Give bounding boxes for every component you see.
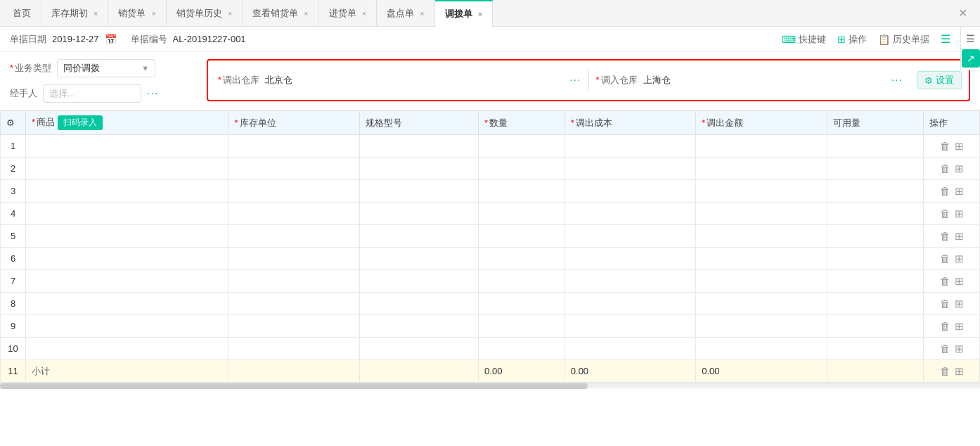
row-goods[interactable] — [26, 203, 228, 225]
row-amount[interactable] — [696, 248, 827, 270]
row-qty[interactable] — [479, 338, 565, 360]
row-qty[interactable] — [479, 293, 565, 315]
row-cost[interactable] — [565, 135, 695, 158]
row-amount[interactable] — [696, 158, 827, 180]
setting-button[interactable]: ⚙ 设置 — [917, 71, 962, 89]
delete-icon[interactable]: 🗑 — [940, 185, 950, 197]
row-amount[interactable] — [696, 203, 827, 225]
row-qty[interactable] — [479, 315, 565, 338]
row-amount[interactable] — [696, 293, 827, 315]
row-amount[interactable] — [696, 225, 827, 248]
row-qty[interactable] — [479, 180, 565, 203]
row-cost[interactable] — [565, 315, 695, 338]
tab-stocktake[interactable]: 盘点单 × — [377, 0, 434, 27]
row-unit[interactable] — [228, 158, 359, 180]
person-select[interactable]: 选择... — [43, 84, 141, 103]
row-cost[interactable] — [565, 293, 695, 315]
row-qty[interactable] — [479, 135, 565, 158]
row-unit[interactable] — [228, 248, 359, 270]
row-spec[interactable] — [359, 248, 478, 270]
tab-home[interactable]: 首页 — [3, 0, 41, 27]
history-button[interactable]: 📋 历史单据 — [878, 33, 929, 46]
row-qty[interactable] — [479, 248, 565, 270]
copy-icon[interactable]: ⊞ — [955, 275, 964, 288]
side-expand-icon[interactable]: ↗ — [962, 49, 980, 68]
tab-sales-history[interactable]: 销货单历史 × — [167, 0, 243, 27]
row-unit[interactable] — [228, 338, 359, 360]
copy-icon[interactable]: ⊞ — [955, 365, 964, 378]
in-warehouse-more[interactable]: ··· — [891, 74, 903, 87]
row-goods[interactable] — [26, 270, 228, 293]
row-cost[interactable] — [565, 338, 695, 360]
row-cost[interactable] — [565, 225, 695, 248]
layout-icon-1[interactable]: ☰ — [941, 32, 950, 46]
tab-inventory-init[interactable]: 库存期初 × — [41, 0, 108, 27]
row-goods[interactable] — [26, 180, 228, 203]
ops-button[interactable]: ⊞ 操作 — [837, 33, 867, 46]
close-icon[interactable]: × — [420, 9, 424, 18]
scroll-track[interactable] — [0, 383, 980, 388]
copy-icon[interactable]: ⊞ — [955, 343, 964, 355]
delete-icon[interactable]: 🗑 — [940, 230, 950, 242]
row-unit[interactable] — [228, 315, 359, 338]
row-qty[interactable] — [479, 158, 565, 180]
row-goods[interactable] — [26, 315, 228, 338]
th-gear[interactable]: ⚙ — [1, 111, 26, 135]
row-unit[interactable] — [228, 135, 359, 158]
row-unit[interactable] — [228, 293, 359, 315]
scan-button[interactable]: 扫码录入 — [58, 115, 103, 130]
row-cost[interactable] — [565, 158, 695, 180]
row-qty[interactable] — [479, 225, 565, 248]
row-goods[interactable] — [26, 248, 228, 270]
row-unit[interactable] — [228, 180, 359, 203]
row-spec[interactable] — [359, 270, 478, 293]
tab-sales-order[interactable]: 销货单 × — [108, 0, 166, 27]
copy-icon[interactable]: ⊞ — [955, 298, 964, 310]
row-goods[interactable] — [26, 158, 228, 180]
biz-type-select[interactable]: 同价调拨 ▼ — [57, 59, 155, 77]
delete-icon[interactable]: 🗑 — [940, 253, 950, 265]
row-unit[interactable] — [228, 203, 359, 225]
row-spec[interactable] — [359, 158, 478, 180]
row-spec[interactable] — [359, 225, 478, 248]
close-icon[interactable]: × — [478, 10, 482, 18]
copy-icon[interactable]: ⊞ — [955, 253, 964, 265]
close-icon[interactable]: × — [94, 9, 98, 18]
row-spec[interactable] — [359, 180, 478, 203]
row-amount[interactable] — [696, 135, 827, 158]
row-amount[interactable] — [696, 180, 827, 203]
delete-icon[interactable]: 🗑 — [940, 208, 950, 219]
row-goods[interactable] — [26, 225, 228, 248]
row-goods[interactable] — [26, 135, 228, 158]
row-amount[interactable] — [696, 315, 827, 338]
more-button[interactable]: ··· — [147, 87, 158, 100]
row-unit[interactable] — [228, 270, 359, 293]
close-icon[interactable]: × — [228, 9, 232, 18]
copy-icon[interactable]: ⊞ — [955, 230, 964, 243]
row-qty[interactable] — [479, 270, 565, 293]
shortcut-button[interactable]: ⌨ 快捷键 — [782, 33, 826, 46]
calendar-icon[interactable]: 📅 — [105, 34, 117, 45]
copy-icon[interactable]: ⊞ — [955, 208, 964, 220]
side-list-icon[interactable]: ☰ — [962, 30, 980, 48]
close-icon[interactable]: × — [304, 9, 308, 18]
delete-icon[interactable]: 🗑 — [940, 343, 950, 355]
row-spec[interactable] — [359, 293, 478, 315]
delete-icon[interactable]: 🗑 — [940, 163, 950, 174]
row-amount[interactable] — [696, 338, 827, 360]
out-warehouse-more[interactable]: ··· — [569, 74, 581, 87]
row-qty[interactable] — [479, 203, 565, 225]
row-cost[interactable] — [565, 203, 695, 225]
row-spec[interactable] — [359, 338, 478, 360]
delete-icon[interactable]: 🗑 — [940, 275, 950, 287]
delete-icon[interactable]: 🗑 — [940, 320, 950, 332]
copy-icon[interactable]: ⊞ — [955, 320, 964, 333]
delete-icon[interactable]: 🗑 — [940, 298, 950, 310]
delete-icon[interactable]: 🗑 — [940, 365, 950, 377]
row-cost[interactable] — [565, 180, 695, 203]
close-icon[interactable]: × — [362, 9, 366, 18]
row-spec[interactable] — [359, 315, 478, 338]
copy-icon[interactable]: ⊞ — [955, 185, 964, 198]
tab-view-sales[interactable]: 查看销货单 × — [243, 0, 318, 27]
copy-icon[interactable]: ⊞ — [955, 140, 964, 153]
